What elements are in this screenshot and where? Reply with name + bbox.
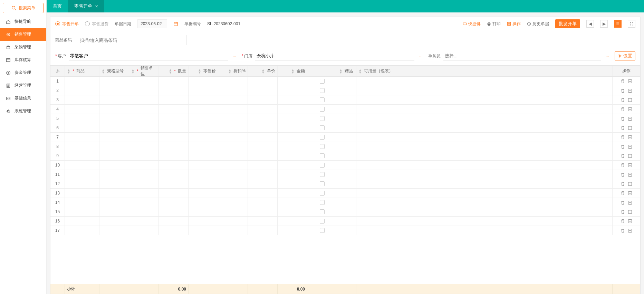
guide-input[interactable] [443,51,601,60]
cell-available[interactable] [356,207,613,216]
cell-qty[interactable] [159,142,189,151]
cell-available[interactable] [356,95,613,104]
cell-spec[interactable] [99,226,129,235]
col-spec[interactable]: ▲▼规格型号 [99,66,129,76]
guide-lookup-button[interactable]: ··· [604,54,611,58]
cell-unit[interactable] [129,189,159,198]
cell-unit[interactable] [129,161,159,170]
checkbox-icon[interactable] [320,163,325,168]
sidebar-item-business[interactable]: 经营管理 [0,79,46,92]
cell-price[interactable] [248,114,278,123]
col-qty[interactable]: ▲▼*数量 [159,66,189,76]
cell-spec[interactable] [99,207,129,216]
shortcut-link[interactable]: 快捷键 [463,21,481,27]
delete-row-button[interactable] [621,135,625,140]
checkbox-icon[interactable] [320,79,325,84]
cell-gift[interactable] [337,123,356,132]
expand-button[interactable] [628,20,635,28]
store-lookup-button[interactable]: ··· [417,54,425,58]
cell-discount[interactable] [218,170,248,179]
cell-gift[interactable] [337,86,356,95]
cell-gift[interactable] [337,198,356,207]
cell-amount[interactable] [278,133,307,142]
table-row[interactable]: 11 [50,170,640,179]
sidebar-item-sales[interactable]: 销售管理 [0,28,46,41]
print-link[interactable]: 打印 [487,21,501,27]
add-row-button[interactable] [628,163,632,168]
table-row[interactable]: 3 [50,95,640,105]
cell-price[interactable] [248,161,278,170]
cell-unit[interactable] [129,95,159,104]
checkbox-icon[interactable] [320,107,325,112]
table-row[interactable]: 9 [50,151,640,161]
cell-gift-check[interactable] [307,198,337,207]
cell-price[interactable] [248,95,278,104]
cell-gift-check[interactable] [307,123,337,132]
add-row-button[interactable] [628,144,632,149]
cell-product[interactable] [65,133,99,142]
cell-discount[interactable] [218,77,248,86]
radio-retail-return[interactable]: 零售退货 [85,21,108,27]
col-price[interactable]: ▲▼单价 [248,66,278,76]
cell-discount[interactable] [218,189,248,198]
delete-row-button[interactable] [621,163,625,168]
customer-input[interactable] [69,51,228,60]
delete-row-button[interactable] [621,191,625,196]
cell-gift-check[interactable] [307,133,337,142]
table-row[interactable]: 2 [50,86,640,95]
table-row[interactable]: 8 [50,142,640,151]
cell-unit[interactable] [129,179,159,188]
cell-spec[interactable] [99,133,129,142]
cell-unit[interactable] [129,217,159,226]
cell-gift-check[interactable] [307,189,337,198]
cell-price[interactable] [248,170,278,179]
cell-gift[interactable] [337,142,356,151]
add-row-button[interactable] [628,200,632,205]
cell-qty[interactable] [159,114,189,123]
cell-spec[interactable] [99,179,129,188]
cell-spec[interactable] [99,86,129,95]
checkbox-icon[interactable] [320,191,325,196]
delete-row-button[interactable] [621,172,625,177]
cell-unit[interactable] [129,123,159,132]
cell-discount[interactable] [218,114,248,123]
checkbox-icon[interactable] [320,88,325,93]
customer-lookup-button[interactable]: ··· [231,54,238,58]
cell-retailprice[interactable] [189,217,218,226]
cell-product[interactable] [65,217,99,226]
checkbox-icon[interactable] [320,219,325,224]
cell-unit[interactable] [129,105,159,114]
delete-row-button[interactable] [621,154,625,158]
cell-price[interactable] [248,105,278,114]
checkbox-icon[interactable] [320,97,325,102]
cell-amount[interactable] [278,217,307,226]
cell-retailprice[interactable] [189,207,218,216]
delete-row-button[interactable] [621,219,625,224]
cell-spec[interactable] [99,77,129,86]
cell-qty[interactable] [159,161,189,170]
cell-gift-check[interactable] [307,142,337,151]
col-amount[interactable]: ▲▼金额 [278,66,307,76]
table-row[interactable]: 13 [50,189,640,198]
cell-gift[interactable] [337,179,356,188]
cell-amount[interactable] [278,114,307,123]
cell-product[interactable] [65,207,99,216]
cell-retailprice[interactable] [189,86,218,95]
cell-retailprice[interactable] [189,198,218,207]
cell-gift[interactable] [337,161,356,170]
cell-unit[interactable] [129,133,159,142]
cell-qty[interactable] [159,86,189,95]
delete-row-button[interactable] [621,107,625,112]
cell-qty[interactable] [159,170,189,179]
cell-retailprice[interactable] [189,95,218,104]
cell-available[interactable] [356,114,613,123]
cell-discount[interactable] [218,142,248,151]
cell-discount[interactable] [218,123,248,132]
cell-available[interactable] [356,217,613,226]
cell-product[interactable] [65,86,99,95]
checkbox-icon[interactable] [320,116,325,121]
operate-link[interactable]: 操作 [507,21,521,27]
add-row-button[interactable] [628,210,632,214]
cell-retailprice[interactable] [189,133,218,142]
add-row-button[interactable] [628,107,632,112]
